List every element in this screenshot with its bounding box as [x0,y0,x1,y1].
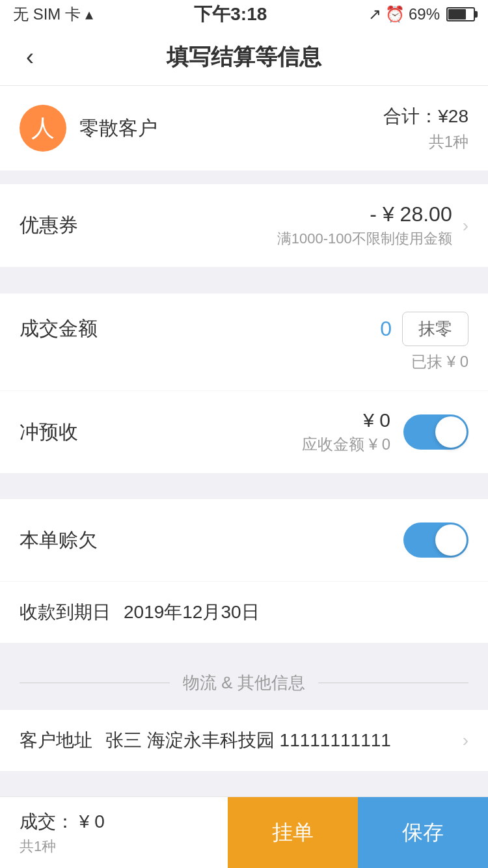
due-label: 收款到期日 [20,600,111,625]
battery-percent: 69% [409,5,440,23]
total-count: 共1种 [383,131,468,152]
precollect-label: 冲预收 [20,419,78,446]
status-left: 无 SIM 卡 ▴ [13,4,93,25]
coupon-label: 优惠券 [20,212,78,239]
coupon-section: 优惠券 - ¥ 28.00 满1000-100不限制使用金额 › [0,184,488,267]
precollect-row: 冲预收 ¥ 0 应收金额 ¥ 0 [0,391,488,473]
logistics-line-left [20,683,170,683]
logistics-line-right [318,683,468,683]
total-amount: 合计：¥28 [383,104,468,129]
precollect-amount: ¥ 0 [302,409,390,431]
bottom-info: 成交： ¥ 0 共1种 [0,809,228,856]
address-value: 张三 海淀永丰科技园 11111111111 [92,728,463,753]
deal-row: 成交金额 0 抹零 已抹 ¥ 0 [0,293,488,391]
content: 人 零散客户 合计：¥28 共1种 优惠券 - ¥ 28.00 满1000-10… [0,86,488,862]
round-button[interactable]: 抹零 [402,312,468,346]
address-label: 客户地址 [20,728,92,753]
hold-button[interactable]: 挂单 [228,797,358,869]
coupon-right: - ¥ 28.00 满1000-100不限制使用金额 › [277,202,468,249]
signal-text: 无 SIM 卡 ▴ [13,4,93,25]
precollect-value: ¥ 0 应收金额 ¥ 0 [302,409,390,455]
due-date-row: 收款到期日 2019年12月30日 [0,581,488,643]
bottom-deal: 成交： ¥ 0 [20,809,208,834]
chevron-right-icon: › [463,215,468,236]
address-section: 客户地址 张三 海淀永丰科技园 11111111111 › [0,710,488,771]
debit-toggle-knob [435,524,467,556]
debit-section: 本单赊欠 收款到期日 2019年12月30日 [0,499,488,643]
coupon-amount: - ¥ 28.00 [277,202,452,226]
deal-label: 成交金额 [20,316,98,342]
coupon-row[interactable]: 优惠券 - ¥ 28.00 满1000-100不限制使用金额 › [0,184,488,267]
due-value: 2019年12月30日 [124,600,260,625]
bottom-deal-label: 成交： [20,811,74,832]
logistics-title: 物流 & 其他信息 [183,671,305,694]
save-button[interactable]: 保存 [358,797,488,869]
address-row[interactable]: 客户地址 张三 海淀永丰科技园 11111111111 › [0,710,488,771]
page-title: 填写结算等信息 [167,42,321,72]
separator-1 [0,280,488,293]
customer-total: 合计：¥28 共1种 [383,104,468,152]
status-time: 下午3:18 [194,2,267,27]
debit-label: 本单赊欠 [20,527,98,554]
deal-row-top: 成交金额 0 抹零 [20,312,468,346]
debit-row: 本单赊欠 [0,499,488,581]
back-button[interactable]: ‹ [20,37,40,77]
customer-row: 人 零散客户 合计：¥28 共1种 [0,86,488,171]
customer-name: 零散客户 [79,115,157,142]
toggle-knob [435,416,467,448]
deal-section: 成交金额 0 抹零 已抹 ¥ 0 冲预收 ¥ 0 应收金额 ¥ 0 [0,293,488,473]
nav-bar: ‹ 填写结算等信息 [0,29,488,86]
separator-2 [0,486,488,499]
battery-icon [446,7,475,21]
alarm-icon: ⏰ [385,5,405,23]
address-chevron-icon: › [463,730,468,751]
deal-input-area: 0 抹零 [380,312,468,346]
deal-sub: 已抹 ¥ 0 [20,351,468,372]
coupon-value: - ¥ 28.00 满1000-100不限制使用金额 [277,202,452,249]
precollect-desc: 应收金额 ¥ 0 [302,434,390,455]
debit-toggle[interactable] [403,522,468,558]
bottom-bar: 成交： ¥ 0 共1种 挂单 保存 [0,796,488,868]
precollect-toggle[interactable] [403,414,468,450]
customer-section: 人 零散客户 合计：¥28 共1种 [0,86,488,171]
precollect-right: ¥ 0 应收金额 ¥ 0 [302,409,468,455]
deal-value[interactable]: 0 [380,317,392,341]
logistics-header: 物流 & 其他信息 [0,656,488,710]
coupon-desc: 满1000-100不限制使用金额 [277,229,452,249]
avatar: 人 [20,105,66,152]
status-right: ↗ ⏰ 69% [368,5,475,23]
bottom-count: 共1种 [20,837,208,856]
status-bar: 无 SIM 卡 ▴ 下午3:18 ↗ ⏰ 69% [0,0,488,29]
avatar-icon: 人 [31,113,55,144]
location-icon: ↗ [368,5,381,23]
customer-left: 人 零散客户 [20,105,157,152]
bottom-deal-amount: ¥ 0 [79,811,105,832]
